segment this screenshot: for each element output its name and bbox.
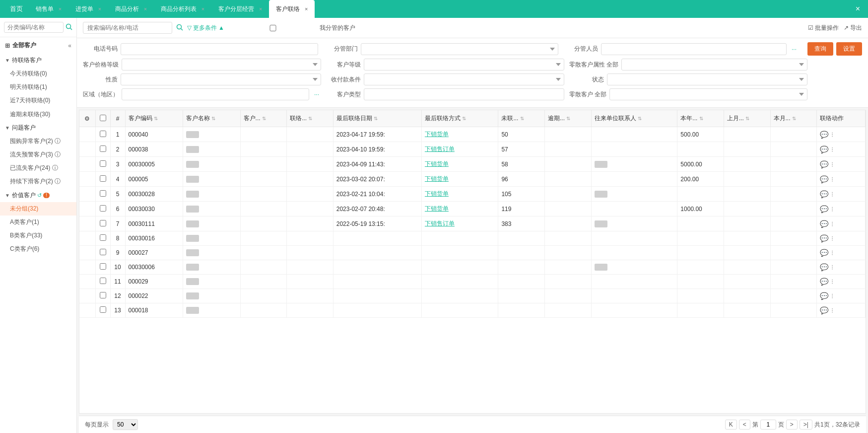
close-contact-tab[interactable]: × — [305, 6, 308, 12]
search-input[interactable] — [83, 22, 172, 34]
grid-action-icon-5[interactable]: ⁝ — [831, 205, 833, 213]
chat-icon-5[interactable]: 💬 — [820, 205, 828, 213]
type-th[interactable]: 客户... ⇅ — [240, 110, 287, 127]
grade-select[interactable] — [364, 59, 564, 71]
unit-contact-th[interactable]: 往来单位联系人 ⇅ — [591, 110, 677, 127]
sidebar-item-churned[interactable]: 已流失客户(24) ⓘ — [0, 161, 76, 175]
this-month-th[interactable]: 本月... ⇅ — [770, 110, 817, 127]
last-month-th[interactable]: 上月... ⇅ — [724, 110, 770, 127]
export-button[interactable]: ↗ 导出 — [844, 24, 862, 32]
row-select-0[interactable] — [100, 131, 106, 137]
query-button[interactable]: 查询 — [807, 42, 833, 56]
chat-icon-2[interactable]: 💬 — [820, 160, 828, 168]
name-th[interactable]: 客户名称 ⇅ — [183, 110, 240, 127]
row-select-9[interactable] — [100, 263, 106, 270]
more-conditions-button[interactable]: ▽ 更多条件 ▲ — [187, 24, 224, 32]
row-select-12[interactable] — [100, 306, 106, 313]
tab-customer-contact[interactable]: 客户联络 × — [269, 0, 315, 18]
last-contact-date-th[interactable]: 最后联络日期 ⇅ — [333, 110, 421, 127]
sidebar-group-problem[interactable]: ▼ 问题客户 — [0, 121, 76, 135]
grid-action-icon-7[interactable]: ⁝ — [831, 234, 833, 242]
sidebar-item-tomorrow[interactable]: 明天待联络(1) — [0, 80, 76, 94]
row-select-5[interactable] — [100, 205, 106, 212]
grid-action-icon-10[interactable]: ⁝ — [831, 278, 833, 286]
status-select[interactable] — [607, 73, 807, 85]
reset-button[interactable]: 设置 — [836, 42, 862, 56]
row-select-2[interactable] — [100, 160, 106, 167]
tab-analysis[interactable]: 商品分析 × — [108, 0, 154, 18]
grid-action-icon-0[interactable]: ⁝ — [831, 131, 833, 139]
chat-icon-12[interactable]: 💬 — [820, 306, 828, 314]
sidebar-item-7days[interactable]: 近7天待联络(0) — [0, 94, 76, 107]
last-contact-way-th[interactable]: 最后联络方式 ⇅ — [421, 110, 498, 127]
payment-select[interactable] — [364, 73, 564, 85]
chat-icon-0[interactable]: 💬 — [820, 131, 828, 139]
this-year-th[interactable]: 本年... ⇅ — [677, 110, 724, 127]
row-select-11[interactable] — [100, 292, 106, 298]
row-select-1[interactable] — [100, 145, 106, 152]
row-select-4[interactable] — [100, 190, 106, 197]
sidebar-item-abnormal[interactable]: 囤购异常客户(2) ⓘ — [0, 135, 76, 148]
first-page-button[interactable]: K — [725, 420, 737, 430]
grid-action-icon-6[interactable]: ⁝ — [831, 220, 833, 228]
tab-customer-segment[interactable]: 客户分层经营 × — [211, 0, 269, 18]
grid-action-icon-4[interactable]: ⁝ — [831, 190, 833, 198]
close-segment-tab[interactable]: × — [259, 6, 262, 12]
nature-select[interactable] — [121, 73, 321, 85]
close-analysis-tab[interactable]: × — [144, 6, 147, 12]
sidebar-search-icon[interactable] — [66, 23, 72, 32]
row-select-10[interactable] — [100, 278, 106, 284]
sidebar-item-overdue[interactable]: 逾期未联络(30) — [0, 108, 76, 121]
select-all-checkbox[interactable] — [100, 115, 106, 121]
page-number-input[interactable] — [760, 420, 776, 430]
sidebar-item-churn-warning[interactable]: 流失预警客户(3) ⓘ — [0, 148, 76, 161]
sidebar-item-class-a[interactable]: A类客户(1) — [0, 216, 76, 229]
grid-action-icon-9[interactable]: ⁝ — [831, 263, 833, 271]
dept-select[interactable] — [361, 43, 558, 55]
region-input[interactable] — [122, 88, 309, 100]
chat-icon-10[interactable]: 💬 — [820, 278, 828, 286]
chat-icon-4[interactable]: 💬 — [820, 190, 828, 198]
last-page-button[interactable]: >| — [800, 420, 812, 430]
chat-icon-8[interactable]: 💬 — [820, 249, 828, 257]
grid-action-icon-8[interactable]: ⁝ — [831, 249, 833, 257]
person-dots-button[interactable]: ··· — [790, 46, 799, 53]
no-contact-th[interactable]: 未联... ⇅ — [498, 110, 545, 127]
batch-operation-button[interactable]: ☑ 批量操作 — [808, 24, 839, 32]
chat-icon-6[interactable]: 💬 — [820, 220, 828, 228]
grid-action-icon-11[interactable]: ⁝ — [831, 292, 833, 300]
contact-th[interactable]: 联络... ⇅ — [287, 110, 334, 127]
next-page-button[interactable]: > — [786, 420, 798, 430]
sidebar-collapse-icon[interactable]: « — [68, 42, 71, 49]
sidebar-item-class-b[interactable]: B类客户(33) — [0, 229, 76, 242]
person-input[interactable] — [601, 43, 787, 55]
close-sales-tab[interactable]: × — [59, 6, 62, 12]
refresh-icon[interactable]: ↺ — [37, 192, 42, 199]
grid-action-icon-12[interactable]: ⁝ — [831, 306, 833, 314]
chat-icon-9[interactable]: 💬 — [820, 263, 828, 271]
chat-icon-7[interactable]: 💬 — [820, 234, 828, 242]
price-grade-select[interactable] — [122, 59, 321, 71]
tab-analysis-list[interactable]: 商品分析列表 × — [154, 0, 211, 18]
chat-icon-11[interactable]: 💬 — [820, 292, 828, 300]
grid-action-icon-2[interactable]: ⁝ — [831, 160, 833, 168]
settings-th[interactable]: ⚙ — [79, 110, 95, 127]
phone-input[interactable] — [121, 43, 318, 55]
sidebar-group-value[interactable]: ▼ 价值客户 ↺ ! — [0, 189, 76, 202]
overdue-th[interactable]: 逾期... ⇅ — [545, 110, 592, 127]
sidebar-item-ungroup[interactable]: 未分组(32) — [0, 202, 76, 216]
prev-page-button[interactable]: < — [739, 420, 750, 430]
close-purchase-tab[interactable]: × — [98, 6, 101, 12]
close-analysis-list-tab[interactable]: × — [201, 6, 204, 12]
chat-icon-1[interactable]: 💬 — [820, 145, 828, 153]
tab-home[interactable]: 首页 — [4, 0, 29, 18]
region-dots-button[interactable]: ··· — [312, 91, 321, 98]
scatter-select[interactable] — [609, 88, 807, 100]
scatter-attr-select[interactable] — [621, 59, 807, 71]
grid-action-icon-1[interactable]: ⁝ — [831, 145, 833, 153]
sidebar-group-pending[interactable]: ▼ 待联络客户 — [0, 54, 76, 67]
filter-search-icon[interactable] — [176, 24, 183, 32]
close-all-button[interactable]: × — [852, 4, 864, 13]
sidebar-all-customers[interactable]: ⊞ 全部客户 « — [0, 37, 76, 54]
my-customers-checkbox[interactable] — [228, 25, 318, 31]
